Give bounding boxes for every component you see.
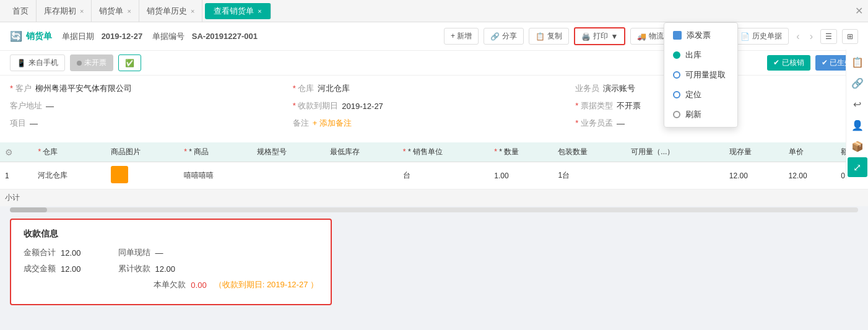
op-refresh[interactable]: 刷新 bbox=[664, 105, 737, 124]
sidebar-doc-icon[interactable]: 📋 bbox=[848, 52, 867, 72]
op-locate[interactable]: 定位 bbox=[664, 85, 737, 105]
right-sidebar: 📋 🔗 ↩ 👤 📦 ⤢ bbox=[846, 50, 868, 180]
scrollbar-thumb[interactable] bbox=[10, 207, 47, 212]
col-gear[interactable]: ⚙ bbox=[0, 142, 33, 162]
status-sold-button[interactable]: ✔ 已核销 bbox=[767, 55, 810, 71]
debt-note: （收款到期日: 2019-12-27 ） bbox=[214, 279, 318, 290]
doc-actions: + 新增 🔗 分享 📋 复制 🖨️ 打印 ▼ 🚚 物流信息 ⊞ 操作 bbox=[444, 27, 858, 45]
grid-view-button[interactable]: ☰ bbox=[820, 29, 837, 44]
gear-settings-icon: ⚙ bbox=[5, 147, 13, 157]
col-spec: 规格型号 bbox=[252, 142, 325, 162]
tab-view-sales-order[interactable]: 查看销货单 × bbox=[205, 3, 271, 19]
row-unit: 台 bbox=[398, 162, 489, 189]
nav-next-icon[interactable]: › bbox=[810, 31, 813, 42]
salesperson-label: 业务员孟 bbox=[575, 118, 613, 129]
col-price: 单价 bbox=[784, 142, 836, 162]
customer-field: 客户 柳州粤港平安气体有限公司 bbox=[10, 83, 293, 94]
payment-box: 收款信息 金额合计 12.00 同单现结 — 成交金额 12.00 累计收款 1… bbox=[10, 219, 332, 305]
tab-close-inventory-init[interactable]: × bbox=[80, 7, 84, 15]
tab-sales-history[interactable]: 销货单历史 × bbox=[139, 0, 202, 22]
invoice-icon bbox=[673, 31, 682, 40]
cumulative-payment-label: 累计收款 bbox=[118, 263, 150, 274]
op-add-invoice[interactable]: 添发票 bbox=[664, 25, 737, 45]
address-value: — bbox=[46, 102, 54, 111]
cumulative-payment-value: 12.00 bbox=[155, 264, 176, 274]
sidebar-user-icon[interactable]: 👤 bbox=[848, 115, 867, 135]
status-dot-gray bbox=[77, 61, 82, 66]
tab-home[interactable]: 首页 bbox=[5, 0, 37, 22]
confirm-check-button[interactable]: ✅ bbox=[118, 54, 141, 71]
col-avail-qty: 可用量（...） bbox=[626, 142, 724, 162]
order-debt-value: 0.00 bbox=[191, 280, 206, 290]
row-price: 12.00 bbox=[784, 162, 836, 189]
tab-close-sales-history[interactable]: × bbox=[191, 7, 194, 15]
customer-value: 柳州粤港平安气体有限公司 bbox=[35, 83, 132, 94]
not-open-ticket-button[interactable]: 未开票 bbox=[70, 54, 113, 71]
nav-prev-icon[interactable]: ‹ bbox=[796, 31, 799, 42]
col-product: * 商品 bbox=[179, 142, 252, 162]
project-field: 项目 — bbox=[10, 118, 293, 129]
locate-icon bbox=[673, 91, 680, 98]
tab-close-sales-order[interactable]: × bbox=[127, 7, 131, 15]
ticket-label: 票据类型 bbox=[575, 100, 613, 111]
table-header-row: ⚙ 仓库 商品图片 * 商品 规格型号 最低库存 * 销售单位 * 数量 包装数… bbox=[0, 142, 868, 162]
row-qty: 1.00 bbox=[489, 162, 553, 189]
table-scrollbar[interactable] bbox=[10, 207, 858, 212]
from-phone-button[interactable]: 📱 来自手机 bbox=[10, 54, 65, 71]
sidebar-link-icon[interactable]: 🔗 bbox=[848, 73, 867, 93]
tab-sales-order[interactable]: 销货单 × bbox=[92, 0, 139, 22]
sidebar-expand-icon[interactable]: ⤢ bbox=[848, 157, 867, 177]
share-button[interactable]: 🔗 分享 bbox=[484, 28, 524, 45]
list-view-button[interactable]: ⊞ bbox=[842, 29, 858, 44]
doc-title-label: 销货单 bbox=[26, 31, 52, 42]
share-icon: 🔗 bbox=[490, 32, 500, 41]
new-button[interactable]: + 新增 bbox=[444, 28, 479, 45]
copy-button[interactable]: 📋 复制 bbox=[529, 28, 569, 45]
operation-dropdown: 添发票 出库 可用量提取 定位 刷新 bbox=[664, 22, 738, 128]
doc-no-value: SA-20191227-001 bbox=[192, 32, 258, 41]
history-order-button[interactable]: 📄 历史单据 bbox=[734, 28, 789, 45]
sidebar-package-icon[interactable]: 📦 bbox=[848, 136, 867, 156]
order-debt-item: 本单欠款 0.00 （收款到期日: 2019-12-27 ） bbox=[154, 279, 318, 290]
sidebar-return-icon[interactable]: ↩ bbox=[848, 94, 867, 114]
data-table: ⚙ 仓库 商品图片 * 商品 规格型号 最低库存 * 销售单位 * 数量 包装数… bbox=[0, 142, 868, 206]
note-field: 备注 + 添加备注 bbox=[293, 118, 576, 129]
staff-value: 演示账号 bbox=[603, 83, 635, 94]
col-stock-qty: 现存量 bbox=[724, 142, 784, 162]
print-button-wrap: 🖨️ 打印 ▼ bbox=[574, 27, 625, 45]
row-product-img bbox=[106, 162, 179, 189]
row-min-stock bbox=[325, 162, 398, 189]
table-row: 1 河北仓库 嘻嘻嘻嘻 台 1.00 1台 12.00 12.00 0. bbox=[0, 162, 868, 189]
row-avail-qty bbox=[626, 162, 724, 189]
add-note-button[interactable]: + 添加备注 bbox=[313, 118, 352, 129]
staff-label: 业务员 bbox=[575, 83, 599, 94]
warehouse-field: 仓库 河北仓库 bbox=[293, 83, 576, 94]
op-outbound[interactable]: 出库 bbox=[664, 45, 737, 65]
doc-date-label: 单据日期 2019-12-27 bbox=[62, 31, 142, 42]
deal-amount-label: 成交金额 bbox=[24, 263, 56, 274]
address-field: 客户地址 — bbox=[10, 100, 293, 111]
row-stock-qty: 12.00 bbox=[724, 162, 784, 189]
phone-icon: 📱 bbox=[17, 59, 26, 67]
row-no: 1 bbox=[0, 162, 33, 189]
row-spec bbox=[252, 162, 325, 189]
warehouse-value: 河北仓库 bbox=[318, 83, 350, 94]
check-icon: ✔ bbox=[773, 58, 779, 67]
payment-date-label: 收款到期日 bbox=[293, 100, 339, 111]
payment-row-2: 成交金额 12.00 累计收款 12.00 bbox=[24, 263, 318, 274]
history-icon: 📄 bbox=[740, 32, 750, 41]
window-close-button[interactable]: ✕ bbox=[855, 5, 863, 17]
col-unit: * 销售单位 bbox=[398, 142, 489, 162]
doc-icon: 🔄 bbox=[10, 30, 22, 42]
print-button[interactable]: 🖨️ 打印 ▼ bbox=[574, 27, 625, 45]
row-pkg-qty: 1台 bbox=[553, 162, 626, 189]
note-label: 备注 bbox=[293, 118, 309, 129]
payment-row-1: 金额合计 12.00 同单现结 — bbox=[24, 247, 318, 258]
tab-close-view-sales-order[interactable]: × bbox=[258, 7, 261, 15]
address-label: 客户地址 bbox=[10, 100, 42, 111]
copy-icon: 📋 bbox=[536, 32, 545, 41]
subtotal-label: 小计 bbox=[0, 189, 868, 207]
warehouse-label: 仓库 bbox=[293, 83, 315, 94]
op-available-qty[interactable]: 可用量提取 bbox=[664, 65, 737, 85]
tab-inventory-init[interactable]: 库存期初 × bbox=[37, 0, 92, 22]
